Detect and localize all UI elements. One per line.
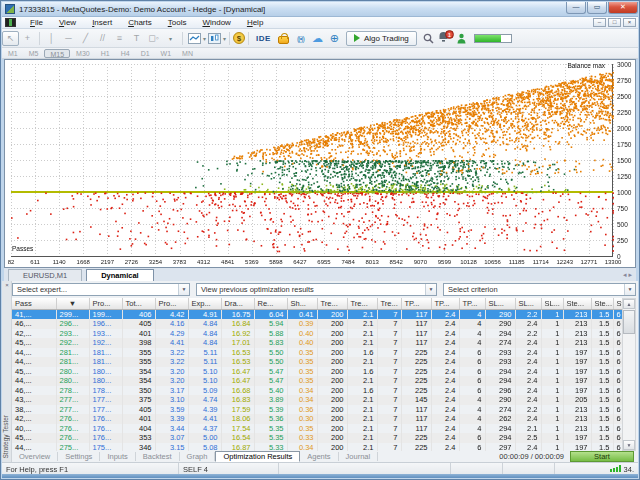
column-header[interactable]: ▼ [56, 298, 89, 309]
column-header[interactable]: TP... [431, 298, 459, 309]
tab-scroll-arrows-icon[interactable]: ◂ ▸ [623, 271, 632, 279]
minimize-button[interactable]: — [566, 2, 586, 14]
timeframe-button-h4[interactable]: H4 [116, 49, 135, 58]
table-row[interactable]: 44,...281...181...3553.225.1116.535.500.… [12, 357, 624, 367]
mdi-close-button[interactable]: × [623, 18, 636, 27]
criterion-selector[interactable]: Select criterion ▼ [443, 283, 636, 296]
timeframe-button-m5[interactable]: M5 [24, 49, 44, 58]
column-header[interactable]: TP... [459, 298, 485, 309]
scrollbar-thumb[interactable] [623, 310, 635, 334]
menu-item-tools[interactable]: Tools [160, 17, 195, 28]
text-tool-icon[interactable]: T [128, 31, 145, 46]
table-row[interactable]: 44,...280...180...3543.205.1016.475.470.… [12, 376, 624, 386]
search-icon[interactable] [420, 31, 437, 46]
column-header[interactable]: Pass [12, 298, 56, 309]
tester-tab-agents[interactable]: Agents [300, 452, 338, 461]
table-row[interactable]: 40,...276...176...4043.444.3717.545.350.… [12, 424, 624, 434]
mdi-restore-button[interactable]: □ [608, 18, 621, 27]
tester-tab-overview[interactable]: Overview [12, 452, 58, 461]
column-header[interactable]: Dra... [221, 298, 254, 309]
menu-item-view[interactable]: View [51, 17, 84, 28]
table-row[interactable]: 42,...276...176...4013.394.4118.065.360.… [12, 414, 624, 424]
tools-dropdown-icon[interactable]: ▾ [162, 31, 179, 46]
column-header[interactable]: Exp... [188, 298, 221, 309]
menu-item-file[interactable]: File [22, 17, 51, 28]
community-globe-icon[interactable]: ⊕ [326, 31, 343, 46]
column-header[interactable]: SL... [541, 298, 563, 309]
channel-tool-icon[interactable]: // [94, 31, 111, 46]
notifications-icon[interactable]: 1 [437, 31, 453, 45]
table-row[interactable]: 45,...276...176...3533.075.0016.545.350.… [12, 433, 624, 443]
column-header[interactable]: TP... [401, 298, 431, 309]
menu-item-help[interactable]: Help [239, 17, 271, 28]
candlestick-chart-icon[interactable] [206, 31, 223, 46]
chart-tab-eurusd-m1[interactable]: EURUSD,M1 [8, 269, 82, 281]
results-selector[interactable]: View previous optimization results ▼ [196, 283, 437, 296]
tester-tab-optimization-results[interactable]: Optimization Results [215, 451, 300, 462]
table-row[interactable]: 42,...293...193...4014.294.8416.925.880.… [12, 329, 624, 339]
ide-button[interactable]: IDE [252, 34, 275, 43]
algo-trading-button[interactable]: Algo Trading [346, 31, 417, 46]
timeframe-dropdown-icon[interactable]: ▾ [223, 35, 226, 42]
menu-item-charts[interactable]: Charts [120, 17, 160, 28]
new-order-icon[interactable]: $ [233, 32, 245, 44]
tester-tab-settings[interactable]: Settings [58, 452, 100, 461]
column-header[interactable]: Pro... [155, 298, 188, 309]
column-header[interactable]: Pro... [89, 298, 122, 309]
cloud-icon[interactable]: ☁ [309, 31, 326, 46]
menu-item-window[interactable]: Window [194, 17, 238, 28]
shapes-tool-icon[interactable]: ◻◦ [145, 31, 162, 46]
column-header[interactable]: Re... [254, 298, 287, 309]
timeframe-button-w1[interactable]: W1 [156, 49, 177, 58]
scroll-down-icon[interactable]: ▼ [623, 440, 635, 450]
table-scrollbar[interactable]: ▲ ▼ [622, 298, 636, 451]
table-row[interactable]: 46,...296...196...4054.164.8416.845.940.… [12, 319, 624, 329]
tester-tab-graph[interactable]: Graph [180, 452, 216, 461]
column-header[interactable]: Sh... [287, 298, 317, 309]
table-row[interactable]: 44,...281...181...3553.225.1116.535.500.… [12, 348, 624, 358]
timeframe-button-h1[interactable]: H1 [96, 49, 115, 58]
tester-tab-inputs[interactable]: Inputs [100, 452, 135, 461]
table-row[interactable]: 38,...277...177...4053.594.3917.595.390.… [12, 405, 624, 415]
table-row[interactable]: 41,...299...199...4064.424.9116.756.040.… [12, 309, 624, 319]
chart-tab-dynamical[interactable]: Dynamical [86, 269, 154, 281]
column-header[interactable]: Ste... [563, 298, 591, 309]
scroll-up-icon[interactable]: ▲ [623, 299, 635, 309]
tester-tab-journal[interactable]: Journal [339, 452, 379, 461]
column-header[interactable]: Tre... [377, 298, 401, 309]
signals-icon[interactable]: ((•)) [292, 31, 309, 46]
timeframe-button-m1[interactable]: M1 [3, 49, 23, 58]
equidistant-channel-tool-icon[interactable]: ≡ [111, 31, 128, 46]
trendline-tool-icon[interactable]: ╱ [77, 31, 94, 46]
column-header[interactable]: SL... [515, 298, 541, 309]
column-header[interactable]: Ste... [591, 298, 613, 309]
vertical-line-tool-icon[interactable]: │ [43, 31, 60, 46]
maximize-button[interactable]: ▭ [587, 2, 607, 14]
menu-item-insert[interactable]: Insert [84, 17, 120, 28]
table-row[interactable]: 43,...277...177...3753.104.7416.833.890.… [12, 395, 624, 405]
tester-tab-backtest[interactable]: Backtest [136, 452, 180, 461]
table-row[interactable]: 45,...280...180...3543.205.1016.475.470.… [12, 367, 624, 377]
timeframe-button-mn[interactable]: MN [177, 49, 198, 58]
column-header[interactable]: Tre... [317, 298, 347, 309]
line-chart-icon[interactable] [186, 31, 203, 46]
mdi-minimize-button[interactable]: – [593, 18, 606, 27]
column-header[interactable]: SL... [485, 298, 515, 309]
column-header[interactable]: Tre... [347, 298, 377, 309]
timeframe-button-d1[interactable]: D1 [136, 49, 155, 58]
timeframe-button-m15[interactable]: M15 [44, 49, 70, 58]
close-button[interactable]: ✕ [608, 2, 638, 14]
optimization-graph[interactable]: Balance max Passes 025050075010001250150… [4, 59, 636, 268]
expert-selector[interactable]: Select expert... ▼ [12, 283, 190, 296]
horizontal-line-tool-icon[interactable]: ─ [60, 31, 77, 46]
cursor-tool-icon[interactable]: ↖ [2, 31, 19, 46]
timeframe-button-m30[interactable]: M30 [71, 49, 95, 58]
column-header[interactable]: Tot... [122, 298, 155, 309]
start-button[interactable]: Start [570, 451, 634, 462]
tester-close-icon[interactable]: × [3, 282, 11, 290]
market-lock-icon[interactable] [278, 36, 289, 44]
crosshair-tool-icon[interactable]: + [19, 31, 36, 46]
table-row[interactable]: 46,...278...178...3503.175.0916.685.400.… [12, 386, 624, 396]
table-row[interactable]: 45,...292...192...3984.414.8417.015.830.… [12, 338, 624, 348]
account-person-icon[interactable] [453, 31, 470, 46]
